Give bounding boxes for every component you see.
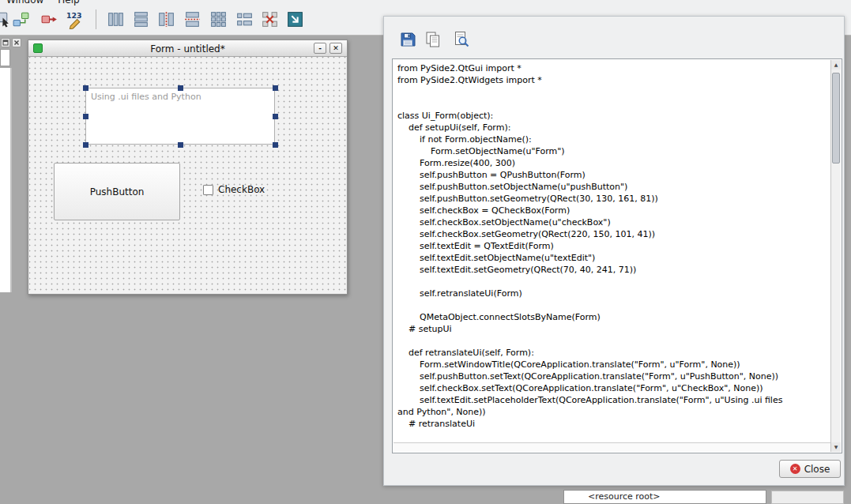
form-canvas[interactable]: Using .ui files and Python PushButton Ch… (29, 57, 346, 293)
widgetbox-filter-fragment (0, 49, 10, 66)
form-window-titlebar[interactable]: Form - untitled* - ✕ (28, 40, 347, 57)
save-icon[interactable] (398, 30, 417, 49)
copy-icon[interactable] (424, 30, 442, 49)
toolbar-separator (96, 9, 96, 29)
lay-out-horizontally-icon[interactable] (106, 9, 126, 29)
dock-close-icon[interactable] (12, 38, 21, 47)
scrollbar-thumb[interactable] (832, 73, 840, 164)
lay-out-vertically-in-splitter-icon[interactable] (183, 9, 202, 29)
scroll-down-icon[interactable]: ▼ (831, 442, 841, 452)
code-text[interactable]: from PySide2.QtGui import * from PySide2… (394, 61, 829, 441)
resource-root-item[interactable]: <resource root> (564, 491, 766, 503)
checkbox-label: CheckBox (218, 184, 265, 195)
close-button-label: Close (804, 464, 830, 475)
selection-handle-top-right[interactable] (273, 85, 278, 91)
selection-handle-bottom-left[interactable] (83, 142, 88, 148)
form-window-icon (33, 43, 43, 53)
selection-handle-bottom-middle[interactable] (178, 142, 183, 148)
panel-fragment (771, 491, 844, 504)
code-view: from PySide2.QtGui import * from PySide2… (392, 58, 842, 453)
edit-widgets-icon[interactable] (0, 9, 12, 29)
print-preview-icon[interactable] (452, 30, 471, 49)
scroll-up-icon[interactable]: ▲ (831, 60, 841, 70)
lay-out-in-form-layout-icon[interactable] (235, 9, 254, 29)
qt-designer-screen: Window Help 123 (0, 0, 851, 504)
close-button[interactable]: ✕ (329, 43, 342, 54)
code-preview-dialog: from PySide2.QtGui import * from PySide2… (383, 16, 845, 486)
lay-out-in-grid-icon[interactable] (209, 9, 228, 29)
dialog-close-button[interactable]: ✕ Close (779, 460, 841, 478)
menu-help[interactable]: Help (58, 0, 79, 6)
widgetbox-panel-fragment (0, 68, 12, 292)
edit-tab-order-icon[interactable]: 123 (65, 9, 85, 29)
form-window-title: Form - untitled* (150, 43, 224, 55)
resource-browser-fragment: <resource root> (563, 490, 766, 504)
textedit-placeholder: Using .ui files and Python (86, 88, 274, 105)
lay-out-vertically-icon[interactable] (131, 9, 151, 29)
svg-text:123: 123 (66, 11, 82, 20)
vertical-scrollbar[interactable]: ▲ ▼ (830, 60, 841, 452)
break-layout-icon[interactable] (260, 9, 280, 29)
close-x-glyph: ✕ (793, 464, 798, 474)
form-window: Form - untitled* - ✕ Using .ui files and… (28, 39, 348, 295)
menu-bar: Window Help (6, 0, 80, 6)
checkbox-widget[interactable]: CheckBox (203, 183, 265, 196)
textedit-widget[interactable]: Using .ui files and Python (85, 88, 275, 145)
selection-handle-middle-right[interactable] (273, 114, 278, 119)
edit-signals-slots-icon[interactable] (11, 9, 31, 29)
selection-handle-top-left[interactable] (83, 85, 88, 91)
minimize-button[interactable]: - (314, 43, 326, 54)
horizontal-scrollbar[interactable] (393, 442, 830, 452)
selection-handle-top-middle[interactable] (178, 85, 183, 91)
close-circle-icon: ✕ (790, 464, 800, 474)
pushbutton-widget[interactable]: PushButton (54, 163, 180, 220)
edit-buddies-icon[interactable] (40, 9, 59, 29)
checkbox-indicator (203, 185, 213, 195)
selection-handle-bottom-right[interactable] (273, 142, 278, 148)
selection-handle-middle-left[interactable] (83, 114, 88, 119)
dock-float-icon[interactable] (1, 38, 10, 47)
menu-window[interactable]: Window (6, 0, 43, 6)
adjust-size-icon[interactable] (285, 9, 305, 29)
lay-out-horizontally-in-splitter-icon[interactable] (156, 9, 176, 29)
